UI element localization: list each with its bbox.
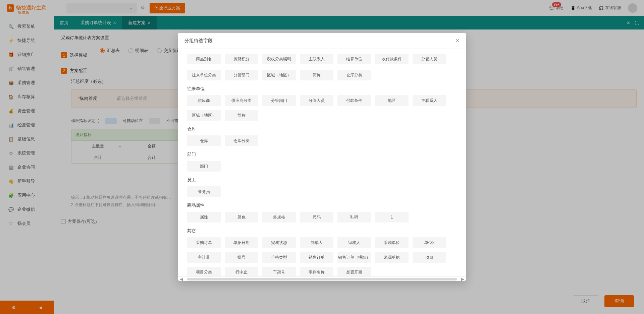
field-group-7: 其它采购订单单据日期完成状态制单人审核人采购单位单位2主计量批号价格类型销售订单… bbox=[187, 228, 460, 276]
field-chip[interactable]: 简称 bbox=[300, 70, 333, 80]
field-chip[interactable]: 往来单位分类 bbox=[187, 70, 221, 80]
field-chip[interactable]: 分管人员 bbox=[413, 54, 446, 64]
field-chip[interactable]: 税收分类编码 bbox=[262, 54, 296, 64]
field-chip[interactable]: 区域（地区） bbox=[262, 70, 296, 80]
field-chip[interactable]: 分管人员 bbox=[300, 95, 333, 106]
field-chip[interactable]: 分管部门 bbox=[262, 95, 296, 106]
field-chip[interactable]: 来源单据 bbox=[375, 252, 409, 263]
field-group-title: 往来单位 bbox=[187, 86, 460, 92]
field-chip[interactable]: 销售订单（明细） bbox=[337, 252, 371, 263]
field-chip[interactable]: 完成状态 bbox=[262, 237, 296, 248]
field-chip[interactable]: 仓库分类 bbox=[225, 135, 258, 146]
field-chip[interactable]: 车架号 bbox=[262, 267, 296, 276]
field-group-4: 部门部门 bbox=[187, 151, 460, 172]
field-group-title: 仓库 bbox=[187, 126, 460, 132]
field-picker-modal: 分组待选字段 ✕ 商品别名拣货积分税收分类编码主联系人结算单位收付款条件分管人员… bbox=[178, 33, 466, 281]
field-chip[interactable]: 制单人 bbox=[300, 237, 333, 248]
field-chip[interactable]: 尺码 bbox=[300, 212, 333, 223]
field-chip[interactable]: 审核人 bbox=[337, 237, 371, 248]
field-chip[interactable]: 主计量 bbox=[187, 252, 221, 263]
close-icon[interactable]: ✕ bbox=[455, 38, 460, 44]
field-chip[interactable]: 供应商 bbox=[187, 95, 221, 106]
field-group-2: 往来单位供应商供应商分类分管部门分管人员付款条件地区主联系人区域（地区）简称 bbox=[187, 86, 460, 121]
field-chip[interactable]: 付款条件 bbox=[337, 95, 371, 106]
field-chip[interactable]: 批号 bbox=[225, 252, 258, 263]
field-chip[interactable]: 分管部门 bbox=[225, 70, 258, 80]
field-chip[interactable]: 销售订单 bbox=[300, 252, 333, 263]
field-group-3: 仓库仓库仓库分类 bbox=[187, 126, 460, 146]
field-chip[interactable]: 部门 bbox=[187, 161, 221, 172]
field-chip[interactable]: 价格类型 bbox=[262, 252, 296, 263]
field-chip[interactable]: 拣货积分 bbox=[225, 54, 258, 64]
field-chip[interactable]: 地区 bbox=[375, 95, 409, 106]
field-group-1: 往来单位分类分管部门区域（地区）简称仓库分类 bbox=[187, 70, 460, 80]
modal-hscroll[interactable]: ◀ ▶ bbox=[178, 276, 466, 281]
field-chip[interactable]: 仓库分类 bbox=[337, 70, 371, 80]
scroll-right-icon[interactable]: ▶ bbox=[461, 277, 464, 281]
field-group-title: 部门 bbox=[187, 151, 460, 158]
field-chip[interactable]: 单据日期 bbox=[225, 237, 258, 248]
field-chip[interactable]: 项目 bbox=[413, 252, 446, 263]
field-chip[interactable]: 主联系人 bbox=[413, 95, 446, 106]
field-group-title: 其它 bbox=[187, 228, 460, 234]
field-chip[interactable]: 行中止 bbox=[225, 267, 258, 276]
field-group-6: 商品属性属性颜色多规格尺码鞋码1 bbox=[187, 202, 460, 223]
field-group-5: 员工业务员 bbox=[187, 177, 460, 197]
field-chip[interactable]: 多规格 bbox=[262, 212, 296, 223]
field-chip[interactable]: 是否开票 bbox=[337, 267, 371, 276]
field-chip[interactable]: 主联系人 bbox=[300, 54, 333, 64]
field-group-0: 商品别名拣货积分税收分类编码主联系人结算单位收付款条件分管人员 bbox=[187, 54, 460, 64]
field-chip[interactable]: 简称 bbox=[225, 110, 258, 121]
field-chip[interactable]: 采购单位 bbox=[375, 237, 409, 248]
field-group-title: 员工 bbox=[187, 177, 460, 183]
field-chip[interactable]: 单位2 bbox=[413, 237, 446, 248]
field-chip[interactable]: 鞋码 bbox=[337, 212, 371, 223]
field-chip[interactable]: 结算单位 bbox=[337, 54, 371, 64]
field-chip[interactable]: 零件名称 bbox=[300, 267, 333, 276]
field-chip[interactable]: 区域（地区） bbox=[187, 110, 221, 121]
field-chip[interactable]: 供应商分类 bbox=[225, 95, 258, 106]
field-chip[interactable]: 商品别名 bbox=[187, 54, 221, 64]
field-chip[interactable]: 颜色 bbox=[225, 212, 258, 223]
field-chip[interactable]: 收付款条件 bbox=[375, 54, 409, 64]
field-chip[interactable]: 采购订单 bbox=[187, 237, 221, 248]
modal-title: 分组待选字段 bbox=[184, 38, 213, 44]
field-chip[interactable]: 业务员 bbox=[187, 186, 221, 197]
field-group-title: 商品属性 bbox=[187, 202, 460, 208]
field-chip[interactable]: 仓库 bbox=[187, 135, 221, 146]
scroll-left-icon[interactable]: ◀ bbox=[180, 277, 183, 281]
field-chip[interactable]: 1 bbox=[375, 212, 409, 223]
field-chip[interactable]: 属性 bbox=[187, 212, 221, 223]
field-chip[interactable]: 项目分类 bbox=[187, 267, 221, 276]
